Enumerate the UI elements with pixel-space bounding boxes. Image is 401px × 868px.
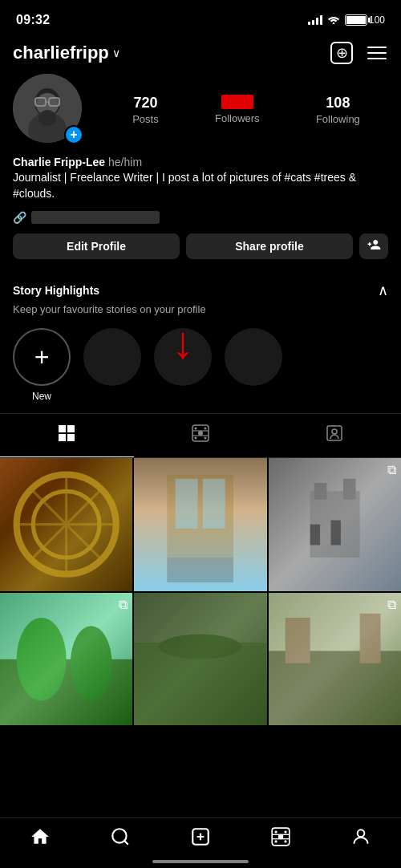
multi-photo-icon-4: ⧉ (119, 598, 128, 612)
username-text: charliefripp (13, 43, 109, 63)
header-actions: ⊕ (330, 42, 388, 64)
svg-rect-28 (168, 558, 234, 582)
svg-rect-33 (330, 521, 340, 546)
svg-point-45 (112, 829, 126, 842)
highlight-new[interactable]: + New (13, 328, 71, 402)
grid-icon (57, 424, 76, 448)
svg-point-52 (284, 840, 286, 842)
tabs-section (0, 414, 401, 458)
highlights-title: Story Highlights (13, 284, 99, 297)
tab-tagged[interactable] (267, 414, 401, 457)
photo-2[interactable] (134, 458, 266, 590)
avatar-container: + (13, 74, 85, 146)
profile-section: + 720 Posts Followers 108 Following Char… (0, 74, 401, 282)
svg-rect-9 (59, 425, 66, 432)
highlight-item-1[interactable] (83, 328, 141, 402)
highlights-wrapper: + New ↓ (13, 328, 388, 413)
highlights-list: + New ↓ (13, 328, 388, 413)
nav-search[interactable] (101, 826, 140, 852)
highlight-circle-2 (154, 328, 212, 386)
profile-stats: + 720 Posts Followers 108 Following (13, 74, 388, 146)
wifi-icon (327, 14, 340, 26)
battery-level: 100 (369, 14, 385, 26)
photo-3[interactable]: ⧉ (269, 458, 401, 590)
svg-rect-26 (176, 479, 198, 529)
svg-rect-31 (343, 479, 355, 500)
posts-stat[interactable]: 720 Posts (132, 95, 159, 126)
highlight-item-2[interactable]: ↓ (154, 328, 212, 402)
tab-grid[interactable] (0, 414, 134, 457)
svg-point-8 (38, 110, 56, 126)
highlight-new-label: New (32, 391, 51, 402)
tab-reels[interactable] (134, 414, 268, 457)
bio-text: Journalist | Freelance Writer | I post a… (13, 170, 388, 201)
svg-rect-27 (203, 479, 225, 529)
hamburger-icon (367, 47, 387, 59)
reels-nav-icon (270, 826, 291, 852)
add-story-button[interactable]: + (64, 125, 83, 144)
nav-profile[interactable] (342, 826, 380, 852)
add-friend-button[interactable] (359, 233, 388, 259)
svg-point-17 (195, 437, 197, 440)
nav-reels[interactable] (261, 826, 300, 852)
action-buttons: Edit Profile Share profile (13, 233, 388, 259)
svg-point-40 (159, 634, 241, 659)
photos-grid: ⧉ ⧉ ⧉ (0, 458, 401, 725)
status-bar: 09:32 100 (0, 0, 401, 35)
highlight-add-circle: + (13, 328, 71, 386)
add-highlight-icon: + (34, 344, 50, 370)
create-icon (190, 826, 211, 852)
share-profile-button[interactable]: Share profile (186, 233, 353, 259)
status-time: 09:32 (16, 13, 50, 27)
highlight-circle-1 (83, 328, 141, 386)
followers-label: Followers (215, 112, 260, 124)
svg-point-51 (274, 840, 277, 842)
svg-rect-11 (59, 434, 66, 441)
multi-photo-icon-6: ⧉ (387, 598, 396, 612)
nav-create[interactable] (181, 826, 220, 852)
photo-1[interactable] (0, 458, 132, 590)
svg-point-14 (198, 431, 203, 436)
photo-6[interactable]: ⧉ (269, 593, 401, 725)
menu-button[interactable] (366, 42, 388, 64)
profile-nav-icon (350, 826, 371, 852)
username-dropdown[interactable]: charliefripp ∨ (13, 43, 120, 63)
stats-container: 720 Posts Followers 108 Following (104, 95, 388, 126)
svg-point-16 (205, 428, 207, 430)
photo-5[interactable] (134, 593, 266, 725)
highlights-collapse-icon[interactable]: ∧ (378, 282, 388, 299)
highlights-subtitle: Keep your favourite stories on your prof… (13, 302, 388, 317)
highlight-item-3[interactable] (225, 328, 282, 402)
svg-rect-21 (327, 426, 342, 440)
pronouns: he/him (108, 156, 142, 168)
svg-rect-30 (314, 483, 326, 500)
svg-rect-12 (67, 434, 75, 441)
following-stat[interactable]: 108 Following (316, 95, 360, 126)
svg-point-55 (358, 829, 365, 837)
svg-rect-44 (359, 614, 380, 663)
chevron-down-icon: ∨ (112, 47, 120, 59)
posts-count: 720 (132, 95, 159, 112)
tagged-icon (325, 424, 344, 448)
svg-rect-43 (285, 618, 310, 663)
following-count: 108 (316, 95, 360, 112)
highlights-section: Story Highlights ∧ Keep your favourite s… (0, 282, 401, 414)
search-icon (110, 826, 131, 852)
highlight-circle-3 (225, 328, 282, 386)
home-icon (30, 826, 51, 852)
new-post-icon[interactable]: ⊕ (330, 42, 353, 64)
posts-label: Posts (132, 113, 159, 125)
svg-point-50 (284, 830, 286, 833)
reels-icon (191, 424, 210, 448)
svg-point-37 (71, 626, 112, 700)
link-text[interactable] (31, 211, 160, 224)
nav-home[interactable] (21, 826, 59, 852)
svg-rect-32 (310, 525, 319, 546)
photo-4[interactable]: ⧉ (0, 593, 132, 725)
svg-point-22 (332, 429, 337, 434)
highlights-header: Story Highlights ∧ (13, 282, 388, 299)
followers-stat[interactable]: Followers (215, 95, 260, 125)
link-icon: 🔗 (13, 211, 26, 224)
edit-profile-button[interactable]: Edit Profile (13, 233, 180, 259)
plus-icon: ⊕ (336, 44, 348, 62)
